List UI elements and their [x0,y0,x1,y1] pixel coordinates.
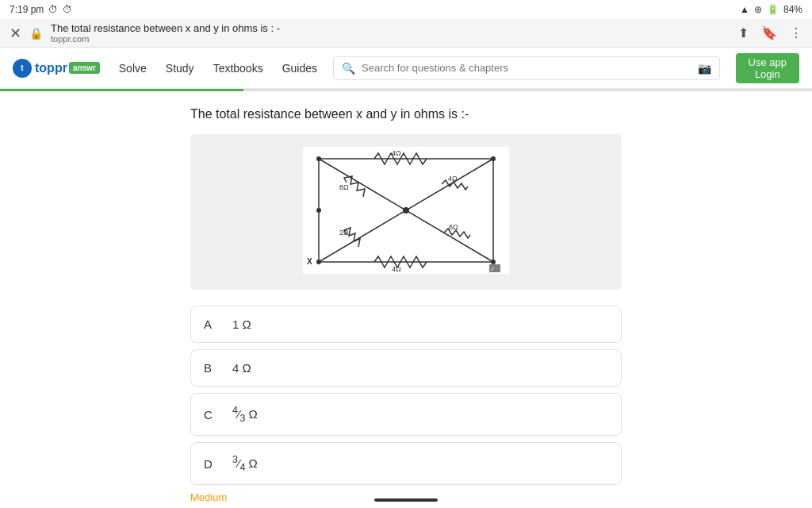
use-app-label: Use app [749,56,787,68]
svg-point-6 [316,260,321,264]
svg-text:2Ω: 2Ω [339,229,349,237]
svg-point-5 [491,156,496,161]
option-c-label: C [204,408,220,421]
signal-icon: ▲ [740,4,749,15]
svg-text:4Ω: 4Ω [392,265,401,273]
address-bar: ✕ 🔒 The total resistance between x and y… [0,19,812,48]
svg-text:8Ω: 8Ω [339,183,349,191]
toppr-text: toppr [35,61,67,75]
option-c-value: 4⁄3 Ω [232,405,258,424]
battery-icon: 🔋 [767,4,779,15]
share-icon[interactable]: ⬆ [738,25,749,40]
circuit-diagram: 4Ω 8Ω 4Ω 2Ω 6Ω 4Ω X [303,147,509,277]
svg-text:4Ω: 4Ω [448,175,458,183]
option-c[interactable]: C 4⁄3 Ω [190,393,622,436]
progress-bar [0,89,812,91]
status-left: 7:19 pm ⏱ ⏱ [10,4,72,15]
search-box[interactable]: 🔍 📷 [333,56,720,80]
circuit-svg: 4Ω 8Ω 4Ω 2Ω 6Ω 4Ω X [303,147,509,274]
address-text: The total resistance between x and y in … [51,22,730,44]
timer-icon-2: ⏱ [63,4,72,15]
svg-point-7 [491,260,496,264]
close-button[interactable]: ✕ [10,25,21,42]
svg-text:4Ω: 4Ω [392,149,401,157]
time: 7:19 pm [10,4,44,15]
status-right: ▲ ⊛ 🔋 84% [740,4,802,15]
option-d-label: D [204,457,220,471]
camera-icon[interactable]: 📷 [698,62,711,75]
bottom-indicator [374,498,438,502]
logo: t toppr answr [13,59,100,78]
option-a-label: A [204,318,220,331]
nav-links: Solve Study Textbooks Guides [119,59,317,78]
option-d-value: 3⁄4 Ω [232,454,258,473]
timer-icon: ⏱ [48,4,58,15]
svg-point-8 [316,208,321,213]
svg-point-3 [403,207,409,214]
battery-level: 84% [783,4,802,15]
page-title: The total resistance between x and y in … [51,22,730,34]
svg-text:⤢: ⤢ [490,266,495,271]
option-b-value: 4 Ω [232,361,251,375]
option-a[interactable]: A 1 Ω [190,306,622,343]
circuit-image-container: 4Ω 8Ω 4Ω 2Ω 6Ω 4Ω X [190,134,622,290]
question-text: The total resistance between x and y in … [190,107,622,121]
options-list: A 1 Ω B 4 Ω C 4⁄3 Ω D 3⁄4 Ω [190,306,622,485]
nav-study[interactable]: Study [166,59,194,78]
svg-text:6Ω: 6Ω [449,223,458,231]
svg-point-4 [316,156,321,161]
progress-fill [0,89,243,91]
answr-badge: answr [69,62,100,74]
svg-text:X: X [307,257,312,266]
login-label: Login [749,68,787,80]
nav-bar: t toppr answr Solve Study Textbooks Guid… [0,48,812,89]
option-a-value: 1 Ω [232,318,251,331]
option-b[interactable]: B 4 Ω [190,349,622,387]
wifi-icon: ⊛ [754,4,762,15]
nav-guides[interactable]: Guides [282,59,317,78]
main-content: The total resistance between x and y in … [0,91,812,508]
nav-textbooks[interactable]: Textbooks [213,59,263,78]
domain: toppr.com [51,34,730,44]
status-bar: 7:19 pm ⏱ ⏱ ▲ ⊛ 🔋 84% [0,0,812,19]
use-app-login[interactable]: Use app Login [736,53,799,83]
lock-icon: 🔒 [29,27,43,40]
search-input[interactable] [362,62,691,74]
toppr-icon: t [13,59,32,78]
browser-actions: ⬆ 🔖 ⋮ [738,25,802,40]
nav-solve[interactable]: Solve [119,59,147,78]
option-b-label: B [204,361,220,375]
bookmark-icon[interactable]: 🔖 [761,25,777,40]
search-icon: 🔍 [342,62,355,75]
option-d[interactable]: D 3⁄4 Ω [190,442,622,485]
more-icon[interactable]: ⋮ [790,25,802,40]
